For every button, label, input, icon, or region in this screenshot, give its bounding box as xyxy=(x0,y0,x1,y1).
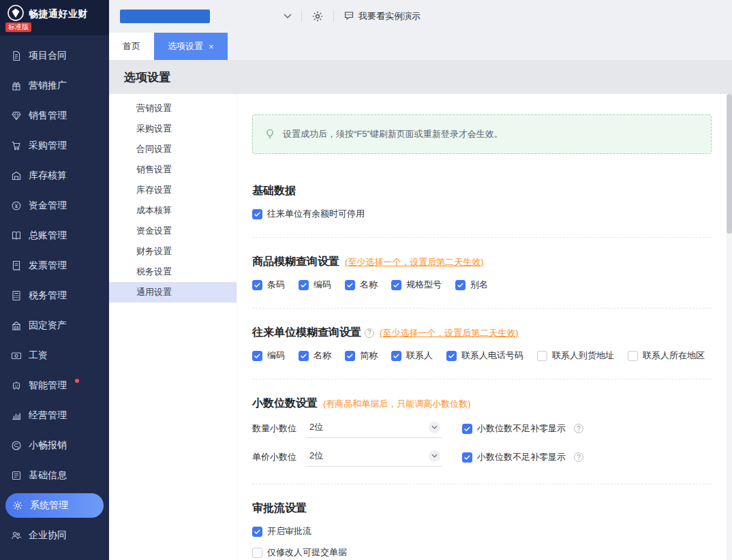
organization-selector[interactable] xyxy=(120,10,292,23)
notification-dot-icon xyxy=(75,379,79,383)
sidebar-item-inventory[interactable]: 库存核算 xyxy=(0,161,109,191)
sidebar-item-funds[interactable]: 资金管理 xyxy=(0,191,109,221)
sidebar-item-collaboration[interactable]: 企业协同 xyxy=(0,520,109,550)
sidebar-item-fixed-asset[interactable]: 固定资产 xyxy=(0,311,109,341)
ledger-icon xyxy=(11,230,22,241)
sidebar-item-label: 系统管理 xyxy=(30,499,68,512)
help-icon[interactable]: ? xyxy=(574,424,583,433)
sidebar-item-sales[interactable]: 销售管理 xyxy=(0,101,109,131)
checkbox-option[interactable]: 小数位数不足补零显示? xyxy=(462,451,583,463)
sidebar-item-label: 企业协同 xyxy=(29,529,67,542)
checkbox-label: 别名 xyxy=(470,279,488,291)
page-title: 选项设置 xyxy=(109,60,732,94)
scrollbar-thumb[interactable] xyxy=(727,94,732,234)
demo-link[interactable]: 我要看实例演示 xyxy=(344,10,421,23)
settings-nav-item-0[interactable]: 营销设置 xyxy=(109,98,237,119)
sidebar-item-label: 经营管理 xyxy=(29,409,67,422)
settings-panel: 设置成功后，须按“F5”键刷新页面或重新登录才会生效。 基础数据往来单位有余额时… xyxy=(237,94,732,560)
checkbox-option[interactable]: 联系人 xyxy=(391,349,433,362)
settings-nav-item-8[interactable]: 税务设置 xyxy=(109,262,237,282)
close-tab-icon[interactable]: × xyxy=(209,42,214,52)
chevron-down-icon xyxy=(284,14,292,19)
sidebar-item-label: 固定资产 xyxy=(29,320,67,332)
section-title: 商品模糊查询设置 xyxy=(252,255,339,269)
checkbox-option[interactable]: 编码 xyxy=(252,349,285,362)
edition-badge: 标准版 xyxy=(5,22,31,32)
sidebar-item-promotion[interactable]: 营销推广 xyxy=(0,71,109,101)
checkbox-option[interactable]: 联系人所在地区 xyxy=(628,349,705,362)
checkbox-icon xyxy=(462,452,472,463)
options-row: 往来单位有余额时可停用 xyxy=(252,208,712,220)
sidebar-item-reimburse[interactable]: 小畅报销 xyxy=(0,431,109,461)
system-gear-icon xyxy=(12,500,23,511)
sidebar-item-contract[interactable]: 项目合同 xyxy=(0,41,109,71)
divider xyxy=(301,11,302,22)
checkbox-option[interactable]: 名称 xyxy=(345,279,378,291)
notice-banner: 设置成功后，须按“F5”键刷新页面或重新登录才会生效。 xyxy=(252,114,712,154)
scrollbar[interactable] xyxy=(727,94,732,560)
checkbox-option[interactable]: 名称 xyxy=(299,349,331,362)
checkbox-icon xyxy=(628,351,638,361)
checkbox-label: 小数位数不足补零显示 xyxy=(477,422,566,435)
checkbox-label: 小数位数不足补零显示 xyxy=(477,451,566,463)
settings-nav-item-7[interactable]: 财务设置 xyxy=(109,241,237,262)
checkbox-icon xyxy=(252,548,262,558)
sidebar-item-invoice[interactable]: 发票管理 xyxy=(0,251,109,281)
app-logo: 畅捷通好业财 标准版 xyxy=(0,0,109,35)
settings-nav-item-5[interactable]: 成本核算 xyxy=(109,200,237,221)
inventory-icon xyxy=(11,170,22,181)
sidebar-item-label: 采购管理 xyxy=(29,140,67,152)
settings-nav-item-1[interactable]: 采购设置 xyxy=(109,119,237,139)
checkbox-label: 联系人所在地区 xyxy=(643,349,705,362)
sidebar-item-purchase[interactable]: 采购管理 xyxy=(0,131,109,161)
field-label: 数量小数位 xyxy=(252,422,307,435)
main-column: 我要看实例演示 首页选项设置× 选项设置 营销设置采购设置合同设置销售设置库存设… xyxy=(109,0,732,560)
decimal-select[interactable]: 2位 xyxy=(307,419,442,438)
settings-nav-item-3[interactable]: 销售设置 xyxy=(109,159,237,180)
checkbox-option[interactable]: 编码 xyxy=(299,279,331,291)
section-hint: (至少选择一个，设置后第二天生效) xyxy=(380,327,519,339)
section-divider xyxy=(252,484,712,484)
sidebar-item-label: 销售管理 xyxy=(29,110,67,122)
decimal-select[interactable]: 2位 xyxy=(307,448,442,467)
tab-0[interactable]: 首页 xyxy=(109,33,154,60)
checkbox-option[interactable]: 条码 xyxy=(252,279,285,291)
checkbox-option[interactable]: 联系人电话号码 xyxy=(446,349,523,362)
sidebar-item-label: 库存核算 xyxy=(29,170,67,182)
checkbox-label: 开启审批流 xyxy=(267,525,311,538)
settings-content: 基础数据往来单位有余额时可停用商品模糊查询设置(至少选择一个，设置后第二天生效)… xyxy=(252,184,712,559)
section-title: 审批流设置 xyxy=(252,501,307,516)
sidebar-item-label: 项目合同 xyxy=(29,50,67,62)
checkbox-option[interactable]: 往来单位有余额时可停用 xyxy=(252,208,365,220)
checkbox-icon xyxy=(299,280,309,290)
settings-nav-item-9[interactable]: 通用设置 xyxy=(109,282,237,302)
settings-nav-item-4[interactable]: 库存设置 xyxy=(109,180,237,200)
gear-icon[interactable] xyxy=(311,10,324,22)
checkbox-option[interactable]: 简称 xyxy=(345,349,378,362)
sidebar-item-ledger[interactable]: 总账管理 xyxy=(0,221,109,251)
settings-nav-item-2[interactable]: 合同设置 xyxy=(109,139,237,159)
sidebar-item-tax[interactable]: 税务管理 xyxy=(0,281,109,311)
checkbox-option[interactable]: 开启审批流 xyxy=(252,525,311,538)
help-icon[interactable]: ? xyxy=(574,452,583,462)
checkbox-option[interactable]: 规格型号 xyxy=(391,279,442,291)
sidebar-item-basic-info[interactable]: 基础信息 xyxy=(0,461,109,491)
reimburse-icon xyxy=(11,440,22,451)
tab-1[interactable]: 选项设置× xyxy=(154,33,228,60)
checkbox-option[interactable]: 小数位数不足补零显示? xyxy=(462,422,583,435)
sidebar-item-system-gear[interactable]: 系统管理 xyxy=(5,493,104,518)
field-label: 单价小数位 xyxy=(252,451,307,463)
section-divider xyxy=(252,308,712,309)
checkbox-option[interactable]: 仅修改人可提交单据 xyxy=(252,546,347,559)
settings-nav-item-6[interactable]: 资金设置 xyxy=(109,221,237,241)
demo-link-label: 我要看实例演示 xyxy=(359,10,421,22)
sidebar-item-smart[interactable]: 智能管理 xyxy=(0,371,109,401)
sidebar-item-label: 总账管理 xyxy=(29,230,67,242)
lightbulb-icon xyxy=(264,127,276,142)
sidebar-item-operations[interactable]: 经营管理 xyxy=(0,401,109,431)
checkbox-option[interactable]: 联系人到货地址 xyxy=(537,349,614,362)
help-icon[interactable]: ? xyxy=(365,328,374,338)
sidebar-item-payroll[interactable]: 工资 xyxy=(0,341,109,371)
checkbox-label: 往来单位有余额时可停用 xyxy=(267,208,365,220)
checkbox-option[interactable]: 别名 xyxy=(455,279,488,291)
